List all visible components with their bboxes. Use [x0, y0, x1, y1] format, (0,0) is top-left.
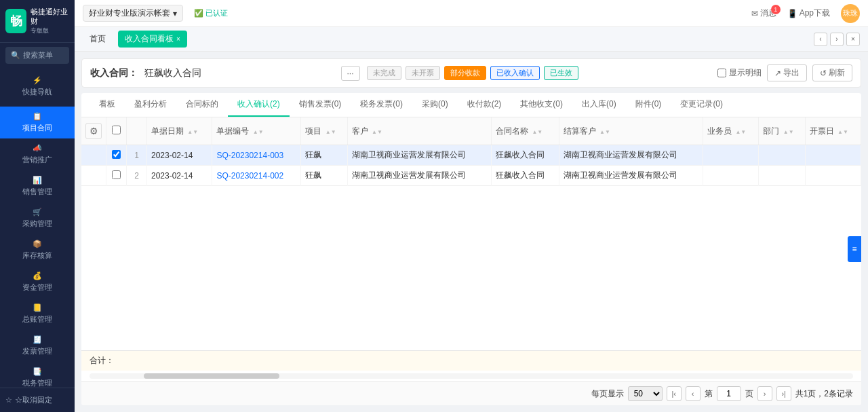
- marketing-icon: 📣: [33, 144, 42, 153]
- refresh-icon: ↺: [820, 69, 827, 78]
- tab-payment[interactable]: 收付款(2): [458, 93, 511, 117]
- nav-next-button[interactable]: ›: [830, 33, 844, 46]
- contract-board-tab[interactable]: 收入合同看板 ×: [118, 31, 187, 48]
- cell-contract: 狂飙收入合同: [492, 166, 559, 186]
- tab-sales-invoice[interactable]: 销售发票(0): [290, 93, 351, 117]
- cell-result-customer: 湖南卫视商业运营发展有限公司: [559, 166, 703, 186]
- sidebar-item-sales[interactable]: 📊 销售管理: [0, 170, 75, 202]
- nav-close-button[interactable]: ×: [846, 33, 860, 46]
- row-checkbox-1[interactable]: [112, 150, 121, 159]
- sort-dept-icon[interactable]: ▲▼: [783, 130, 794, 135]
- main-area: 好业财专业版演示帐套 ▾ ✅ 已认证 ✉ 消息 1 📱 App下载 珠珠: [75, 0, 868, 412]
- app-download-action[interactable]: 📱 App下载: [787, 7, 830, 19]
- th-customer: 客户 ▲▼: [347, 117, 491, 145]
- show-detail-label[interactable]: 显示明细: [717, 67, 762, 79]
- cell-doc-no: SQ-20230214-003: [212, 145, 301, 166]
- logo-icon: 畅: [5, 9, 26, 33]
- sort-project-icon[interactable]: ▲▼: [326, 130, 336, 135]
- sort-date-icon[interactable]: ▲▼: [187, 130, 198, 135]
- company-name: 好业财专业版演示帐套: [89, 7, 170, 19]
- cell-customer: 湖南卫视商业运营发展有限公司: [347, 145, 491, 166]
- right-float-button[interactable]: ≡: [848, 236, 861, 262]
- th-contract: 合同名称 ▲▼: [492, 117, 559, 145]
- tab-kanban[interactable]: 看板: [90, 93, 125, 117]
- sidebar-item-project[interactable]: 📋 项目合同: [0, 107, 75, 138]
- th-project: 项目 ▲▼: [301, 117, 347, 145]
- scroll-thumb[interactable]: [144, 373, 279, 379]
- table-wrapper[interactable]: ⚙ 单据日期 ▲▼: [81, 117, 861, 350]
- sidebar-item-funds[interactable]: 💰 资金管理: [0, 266, 75, 298]
- search-menu-button[interactable]: 🔍 搜索菜单: [5, 47, 69, 64]
- sidebar-item-tax[interactable]: 📑 税务管理: [0, 362, 75, 388]
- tab-attachment[interactable]: 附件(0): [626, 93, 671, 117]
- company-selector[interactable]: 好业财专业版演示帐套 ▾: [83, 5, 183, 22]
- status-confirmed: 已收入确认: [490, 66, 540, 80]
- sidebar-item-marketing[interactable]: 📣 营销推广: [0, 138, 75, 170]
- user-avatar[interactable]: 珠珠: [841, 4, 860, 23]
- table-row[interactable]: 1 2023-02-14 SQ-20230214-003 狂飙 湖南卫视商业运营…: [81, 145, 861, 166]
- th-salesman: 业务员 ▲▼: [703, 117, 759, 145]
- sidebar: 畅 畅捷通好业财 专版版 🔍 搜索菜单 ⚡ 快捷导航 📋 项目合同 📣 营销推广…: [0, 0, 75, 412]
- prev-page-button[interactable]: ‹: [686, 386, 701, 401]
- tab-tax-invoice[interactable]: 税务发票(0): [351, 93, 412, 117]
- company-dropdown-icon: ▾: [173, 9, 177, 18]
- tab-profit[interactable]: 盈利分析: [125, 93, 176, 117]
- status-badges: 未完成 未开票 部分收款 已收入确认 已生效: [367, 66, 578, 80]
- sidebar-item-invoice[interactable]: 🧾 发票管理: [0, 330, 75, 362]
- table-section: 看板 盈利分析 合同标的 收入确认(2) 销售发票(0) 税务发票(0) 采购(…: [81, 93, 861, 405]
- per-page-select[interactable]: 50 100 200: [628, 386, 663, 401]
- page-input[interactable]: [717, 386, 741, 401]
- sort-open-date-icon[interactable]: ▲▼: [837, 130, 848, 135]
- show-detail-checkbox[interactable]: [717, 69, 726, 77]
- funds-icon: 💰: [33, 271, 42, 280]
- cell-project: 狂飙: [301, 145, 347, 166]
- tab-other-income[interactable]: 其他收支(0): [511, 93, 572, 117]
- sort-salesman-icon[interactable]: ▲▼: [735, 130, 746, 135]
- purchase-icon: 🛒: [33, 208, 42, 217]
- tab-purchase[interactable]: 采购(0): [412, 93, 458, 117]
- home-tab[interactable]: 首页: [83, 31, 113, 48]
- table-row[interactable]: 2 2023-02-14 SQ-20230214-002 狂飙 湖南卫视商业运营…: [81, 166, 861, 186]
- close-tab-icon[interactable]: ×: [176, 35, 180, 43]
- unpin-button[interactable]: ☆ ☆取消固定: [5, 392, 69, 408]
- row-checkbox-2[interactable]: [112, 170, 121, 179]
- message-action[interactable]: ✉ 消息 1: [751, 7, 776, 19]
- logo-sub: 专版版: [31, 26, 69, 35]
- select-all-checkbox[interactable]: [112, 126, 121, 134]
- th-result-customer-label: 结算客户: [564, 126, 596, 136]
- doc-no-link[interactable]: SQ-20230214-003: [216, 151, 283, 160]
- topbar-right: ✉ 消息 1 📱 App下载 珠珠: [751, 4, 860, 23]
- first-page-button[interactable]: |‹: [667, 386, 682, 401]
- horizontal-scrollbar[interactable]: [90, 373, 853, 379]
- nav-prev-button[interactable]: ‹: [814, 33, 827, 46]
- sidebar-item-purchase[interactable]: 🛒 采购管理: [0, 202, 75, 234]
- tab-change-log[interactable]: 变更记录(0): [671, 93, 732, 117]
- sidebar-item-label: 营销推广: [22, 155, 52, 165]
- export-button[interactable]: ↗ 导出: [767, 64, 807, 81]
- cell-open-date: [805, 166, 861, 186]
- doc-no-link[interactable]: SQ-20230214-002: [216, 171, 283, 181]
- search-icon: 🔍: [11, 51, 20, 60]
- contract-title-name: 狂飙收入合同: [144, 67, 201, 79]
- cell-settings: [81, 166, 106, 186]
- refresh-button[interactable]: ↺ 刷新: [812, 64, 852, 81]
- quick-nav-label: 快捷导航: [22, 87, 52, 97]
- sort-contract-icon[interactable]: ▲▼: [532, 130, 542, 135]
- sort-docno-icon[interactable]: ▲▼: [253, 130, 264, 135]
- cell-contract: 狂飙收入合同: [492, 145, 559, 166]
- tab-confirm[interactable]: 收入确认(2): [228, 93, 290, 117]
- sidebar-item-general[interactable]: 📒 总账管理: [0, 298, 75, 330]
- sidebar-item-inventory[interactable]: 📦 库存核算: [0, 234, 75, 266]
- sidebar-item-quick-nav[interactable]: ⚡ 快捷导航: [5, 71, 69, 102]
- sort-result-customer-icon[interactable]: ▲▼: [599, 130, 610, 135]
- last-page-button[interactable]: ›|: [776, 386, 791, 401]
- tab-standard[interactable]: 合同标的: [176, 93, 228, 117]
- more-options-button[interactable]: ···: [341, 66, 360, 81]
- cell-row-num: 2: [127, 166, 147, 186]
- settings-gear-icon[interactable]: ⚙: [85, 123, 102, 139]
- sidebar-item-label: 税务管理: [22, 378, 52, 388]
- tab-warehouse[interactable]: 出入库(0): [572, 93, 626, 117]
- sort-customer-icon[interactable]: ▲▼: [372, 130, 382, 135]
- th-open-date: 开票日 ▲▼: [805, 117, 861, 145]
- next-page-button[interactable]: ›: [757, 386, 772, 401]
